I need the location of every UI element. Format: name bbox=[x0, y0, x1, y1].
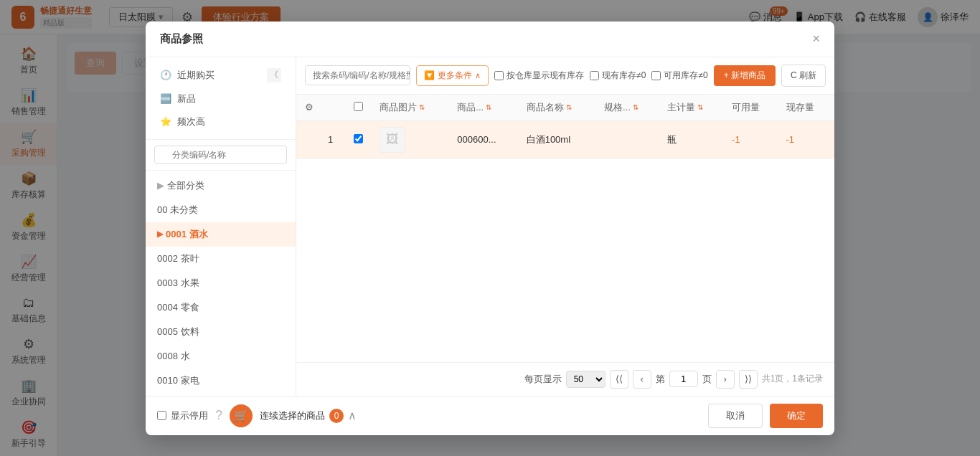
product-search-input[interactable] bbox=[306, 67, 410, 84]
checkbox-nonzero-stock[interactable]: 现有库存≠0 bbox=[590, 70, 646, 82]
product-search-wrap: 🔍 bbox=[305, 65, 410, 85]
cancel-btn[interactable]: 取消 bbox=[708, 404, 763, 428]
td-unit: 瓶 bbox=[661, 120, 727, 158]
cat-all-arrow: ▶ bbox=[157, 180, 164, 191]
modal-right-panel: 🔍 🔽 更多条件 ∧ 按仓库显示现有库存 现有库存≠0 bbox=[296, 57, 834, 396]
th-unit-label: 主计量 bbox=[667, 101, 695, 114]
filter-btn-label: 更多条件 bbox=[438, 70, 472, 82]
th-name-label: 商品名称 bbox=[527, 101, 564, 114]
modal-left-panel: 🕐 近期购买 《 🆕 新品 ⭐ 频次高 bbox=[146, 57, 296, 396]
th-code: 商品... ⇅ bbox=[451, 95, 520, 121]
show-disabled-checkbox[interactable] bbox=[157, 411, 166, 420]
show-disabled-toggle[interactable]: 显示停用 bbox=[157, 409, 208, 422]
modal-toolbar: 🔍 🔽 更多条件 ∧ 按仓库显示现有库存 现有库存≠0 bbox=[296, 57, 834, 95]
quick-recent-label: 近期购买 bbox=[177, 69, 215, 82]
cat-0001-arrow: ▶ bbox=[157, 229, 163, 239]
checkbox-nonzero-stock-input[interactable] bbox=[590, 71, 599, 80]
page-input[interactable] bbox=[669, 371, 698, 387]
refresh-product-btn[interactable]: C 刷新 bbox=[781, 65, 826, 87]
prev-page-btn[interactable]: ‹ bbox=[633, 370, 651, 389]
continuous-select-area: 连续选择的商品 0 ∧ bbox=[260, 409, 357, 423]
cat-0004-label: 0004 零食 bbox=[157, 301, 199, 314]
quick-item-frequent[interactable]: ⭐ 频次高 bbox=[154, 110, 287, 133]
cat-0008[interactable]: 0008 水 bbox=[146, 344, 296, 369]
td-checkbox bbox=[348, 120, 374, 158]
cat-0005[interactable]: 0005 饮料 bbox=[146, 320, 296, 344]
td-name: 白酒100ml bbox=[521, 120, 598, 158]
cat-0008-label: 0008 水 bbox=[157, 350, 190, 363]
sort-code-icon: ⇅ bbox=[486, 103, 491, 111]
cat-all[interactable]: ▶ 全部分类 bbox=[146, 174, 296, 198]
sort-image-icon: ⇅ bbox=[419, 103, 425, 111]
cat-0002-label: 0002 茶叶 bbox=[157, 252, 199, 265]
cat-0002[interactable]: 0002 茶叶 bbox=[146, 247, 296, 271]
filter-more-btn[interactable]: 🔽 更多条件 ∧ bbox=[416, 65, 489, 86]
modal-pagination: 每页显示 50 10 20 100 ⟨⟨ ‹ 第 页 › ⟩⟩ 共1页，1条记录 bbox=[296, 362, 834, 396]
modal-close-btn[interactable]: × bbox=[812, 32, 820, 47]
star-icon: ⭐ bbox=[160, 116, 171, 127]
th-image: 商品图片 ⇅ bbox=[374, 95, 451, 121]
footer-collapse-icon[interactable]: ∧ bbox=[348, 409, 357, 422]
checkbox-warehouse-stock-label: 按仓库显示现有库存 bbox=[507, 70, 584, 82]
table-row[interactable]: 1 🖼 000600... 白酒100ml 瓶 -1 -1 bbox=[296, 120, 834, 158]
cat-0003[interactable]: 0003 水果 bbox=[146, 271, 296, 295]
confirm-btn[interactable]: 确定 bbox=[770, 404, 823, 428]
cat-00[interactable]: 00 未分类 bbox=[146, 198, 296, 222]
product-table-wrap: ⚙ 商品图片 ⇅ bbox=[296, 95, 834, 362]
checkbox-warehouse-stock-input[interactable] bbox=[494, 71, 504, 80]
th-stock: 现存量 bbox=[781, 95, 834, 121]
td-stock: -1 bbox=[781, 120, 834, 158]
new-icon: 🆕 bbox=[160, 93, 171, 104]
cat-0004[interactable]: 0004 零食 bbox=[146, 295, 296, 320]
sort-unit-icon: ⇅ bbox=[697, 103, 703, 111]
td-image: 🖼 bbox=[374, 120, 451, 158]
modal-title: 商品参照 bbox=[160, 32, 203, 46]
quick-item-new[interactable]: 🆕 新品 bbox=[154, 87, 287, 110]
page-total-info: 共1页，1条记录 bbox=[762, 373, 823, 385]
last-page-btn[interactable]: ⟩⟩ bbox=[739, 370, 758, 389]
checkbox-available-nonzero[interactable]: 可用库存≠0 bbox=[651, 70, 707, 82]
next-page-btn[interactable]: › bbox=[716, 370, 735, 389]
checkbox-available-nonzero-label: 可用库存≠0 bbox=[664, 70, 707, 82]
page-suffix: 页 bbox=[702, 373, 712, 386]
add-product-btn[interactable]: + 新增商品 bbox=[714, 65, 776, 86]
th-code-label: 商品... bbox=[457, 101, 484, 114]
sort-name-icon: ⇅ bbox=[566, 103, 572, 111]
first-page-btn[interactable]: ⟨⟨ bbox=[610, 370, 628, 389]
quick-frequent-label: 频次高 bbox=[177, 115, 205, 128]
checkbox-available-nonzero-input[interactable] bbox=[651, 71, 661, 80]
category-list: ▶ 全部分类 00 未分类 ▶ 0001 酒水 0002 茶叶 0003 水果 bbox=[146, 171, 296, 396]
product-table: ⚙ 商品图片 ⇅ bbox=[296, 95, 834, 159]
product-reference-modal: 商品参照 × 🕐 近期购买 《 🆕 新品 bbox=[146, 22, 834, 435]
help-icon[interactable]: ? bbox=[215, 408, 222, 423]
modal-overlay: 商品参照 × 🕐 近期购买 《 🆕 新品 bbox=[0, 0, 980, 456]
category-search-input[interactable] bbox=[154, 146, 287, 164]
th-spec: 规格... ⇅ bbox=[598, 95, 661, 121]
th-available-label: 可用量 bbox=[732, 101, 760, 114]
cat-0010[interactable]: 0010 家电 bbox=[146, 369, 296, 393]
cat-0001[interactable]: ▶ 0001 酒水 bbox=[146, 222, 296, 247]
th-spec-label: 规格... bbox=[604, 101, 631, 114]
th-settings: ⚙ bbox=[296, 95, 322, 121]
footer-action-buttons: 取消 确定 bbox=[708, 404, 823, 428]
cart-btn[interactable]: 🛒 bbox=[230, 404, 253, 427]
per-page-select[interactable]: 50 10 20 100 bbox=[566, 371, 606, 388]
show-disabled-label: 显示停用 bbox=[171, 409, 208, 422]
th-stock-label: 现存量 bbox=[786, 101, 814, 114]
sort-spec-icon: ⇅ bbox=[633, 103, 639, 111]
cat-00-label: 00 未分类 bbox=[157, 204, 198, 217]
continuous-select-label: 连续选择的商品 bbox=[260, 409, 325, 422]
row-checkbox[interactable] bbox=[354, 134, 363, 143]
th-name: 商品名称 ⇅ bbox=[521, 95, 598, 121]
product-table-body: 1 🖼 000600... 白酒100ml 瓶 -1 -1 bbox=[296, 120, 834, 158]
quick-item-recent[interactable]: 🕐 近期购买 《 bbox=[154, 63, 287, 87]
th-unit: 主计量 ⇅ bbox=[661, 95, 727, 121]
filter-icon: 🔽 bbox=[424, 70, 435, 80]
checkbox-warehouse-stock[interactable]: 按仓库显示现有库存 bbox=[494, 70, 584, 82]
select-all-checkbox[interactable] bbox=[354, 102, 363, 111]
collapse-panel-btn[interactable]: 《 bbox=[267, 68, 281, 82]
cat-search-wrap: 🔍 bbox=[154, 146, 287, 164]
th-checkbox bbox=[348, 95, 374, 121]
modal-header: 商品参照 × bbox=[146, 22, 834, 57]
td-empty bbox=[296, 120, 322, 158]
